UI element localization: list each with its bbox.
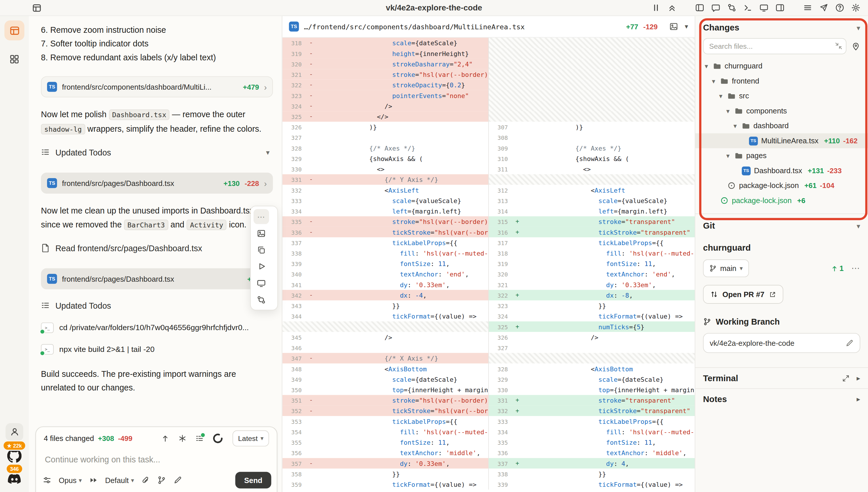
line-number: 355 <box>282 439 307 446</box>
github-link[interactable]: ★ 22k <box>4 447 24 464</box>
tree-file-package-lock-new[interactable]: package-lock.json+6 <box>695 193 868 208</box>
file-change-card[interactable]: TS frontend/src/pages/Dashboard.tsx +130… <box>41 173 273 194</box>
settings-gear-icon[interactable] <box>851 3 861 12</box>
send-button[interactable]: Send <box>235 472 271 489</box>
code-text: dy: '0.33em', <box>522 281 695 289</box>
diff-body[interactable]: 318- scale={dateScale}319- height={inner… <box>282 38 695 492</box>
share-icon[interactable] <box>819 3 828 12</box>
changes-section-header[interactable]: Changes ▾ <box>695 16 868 36</box>
code-text: stroke="hsl(var(--border))" <box>315 71 488 78</box>
tree-folder-frontend[interactable]: ▾frontend <box>695 74 868 89</box>
updated-todos-row[interactable]: Updated Todos ▾ <box>41 144 273 161</box>
workspace-tab-active[interactable] <box>4 21 24 41</box>
line-number: 337 <box>282 239 307 246</box>
pin-icon[interactable] <box>851 42 861 51</box>
composer-input[interactable] <box>44 451 272 467</box>
monitor-icon <box>257 278 266 288</box>
tree-folder-src[interactable]: ▾src <box>695 89 868 103</box>
line-number: 337 <box>489 460 513 467</box>
grid-icon <box>9 54 19 64</box>
image-view-icon[interactable] <box>669 22 678 31</box>
git-section-header[interactable]: Git ▾ <box>695 214 868 234</box>
branch-icon[interactable] <box>157 476 166 485</box>
discord-link[interactable]: 346 <box>4 470 24 487</box>
version-dropdown[interactable]: Latest ▾ <box>233 430 269 446</box>
pencil-icon[interactable] <box>845 339 854 347</box>
more-actions-button[interactable]: ⋯ <box>253 209 269 224</box>
updated-todos-row[interactable]: Updated Todos ▾ <box>41 297 273 314</box>
terminal-section-header[interactable]: Terminal ▸ <box>695 367 868 388</box>
panel-left-icon[interactable] <box>695 3 704 12</box>
panel-right-icon[interactable] <box>776 3 785 12</box>
diff-row: 351- stroke="hsl(var(--border))"331+ str… <box>282 395 695 405</box>
git-more-menu[interactable]: ⋯ <box>851 264 861 273</box>
code-text: tickStroke="transparent" <box>522 407 695 415</box>
assistant-paragraph: Now let me polish Dashboard.tsx — remove… <box>41 107 273 136</box>
copy-icon <box>257 245 266 254</box>
file-change-card[interactable]: TS frontend/src/pages/Dashboard.tsx +1 -… <box>41 268 273 289</box>
grid-view-button[interactable] <box>4 49 24 69</box>
composer-toolbar: Opus▾ Default▾ Send <box>36 467 277 488</box>
account-button[interactable] <box>5 423 23 441</box>
copy-button[interactable] <box>253 242 269 257</box>
working-branch-field[interactable]: vk/4e2a-explore-the-code <box>703 333 861 353</box>
code-text: textAnchor: 'end', <box>522 270 695 278</box>
search-files-input[interactable] <box>703 38 846 54</box>
diff-line: 354 fill: 'hsl(var(--muted-foreground))'… <box>282 426 489 437</box>
expand-icon[interactable] <box>842 374 850 382</box>
tree-folder-churnguard[interactable]: ▾churnguard <box>695 58 868 73</box>
diff-button[interactable] <box>253 292 269 307</box>
pen-icon[interactable] <box>173 476 182 485</box>
line-number: 330 <box>489 387 513 393</box>
collapse-tree-icon[interactable] <box>835 42 843 50</box>
chat-bubble-icon[interactable] <box>711 3 720 12</box>
fast-forward-icon[interactable] <box>89 476 98 485</box>
code-text: scale={valueScale} <box>522 197 695 204</box>
tree-folder-components[interactable]: ▾components <box>695 103 868 118</box>
todos-status-button[interactable] <box>195 434 204 442</box>
monitor-icon[interactable] <box>759 3 769 12</box>
tree-file-dashboard-tsx[interactable]: TSDashboard.tsx+131-233 <box>695 163 868 178</box>
diff-line: 312 <AxisLeft <box>489 185 695 195</box>
menu-icon[interactable] <box>803 3 812 12</box>
help-icon[interactable] <box>835 3 844 12</box>
spark-icon[interactable] <box>178 434 187 442</box>
diff-line: 339 fontSize: 11, <box>282 259 489 269</box>
preview-button[interactable] <box>253 276 269 290</box>
terminal-icon[interactable] <box>744 3 752 12</box>
branch-selector[interactable]: main ▾ <box>703 259 749 277</box>
file-change-card[interactable]: TS frontend/src/components/dashboard/Mul… <box>41 76 273 97</box>
pull-request-icon <box>710 290 718 298</box>
line-number: 330 <box>282 166 307 172</box>
chevron-down-icon: ▾ <box>260 435 264 442</box>
run-button[interactable] <box>253 259 269 274</box>
tool-read-row[interactable]: Read frontend/src/pages/Dashboard.tsx <box>41 240 273 256</box>
tree-folder-dashboard[interactable]: ▾dashboard <box>695 118 868 133</box>
diff-marker: + <box>513 218 522 225</box>
tree-file-multilinearea[interactable]: TSMultiLineArea.tsx+110-162 <box>695 133 868 148</box>
line-number: 358 <box>282 470 307 477</box>
tree-file-package-lock[interactable]: package-lock.json+61-104 <box>695 178 868 193</box>
model-dropdown[interactable]: Opus▾ <box>58 476 82 485</box>
scroll-up-icon[interactable] <box>161 434 169 442</box>
diff-line: 349 scale={dateScale} <box>282 374 489 385</box>
terminal-command-row[interactable]: >_ cd /private/var/folders/10/h7w0q46556… <box>41 320 273 335</box>
pause-icon[interactable] <box>652 3 660 12</box>
line-number: 325 <box>489 323 513 330</box>
attachment-icon[interactable] <box>141 476 150 485</box>
open-pr-button[interactable]: Open PR #7 <box>703 285 783 304</box>
layout-icon[interactable] <box>32 3 42 12</box>
mode-dropdown[interactable]: Default▾ <box>105 476 134 485</box>
code-text: fill: 'hsl(var(--muted-foreground))', <box>522 428 695 436</box>
terminal-command-row[interactable]: >_ npx vite build 2>&1 | tail -20 <box>41 341 273 357</box>
git-compare-icon[interactable] <box>727 3 736 12</box>
diff-line: 343 }} <box>282 300 489 311</box>
chevron-down-icon[interactable]: ▾ <box>685 23 688 30</box>
collapse-all-icon[interactable] <box>668 3 677 12</box>
line-number: 310 <box>489 155 513 162</box>
tree-folder-pages[interactable]: ▾pages <box>695 148 868 163</box>
sliders-icon[interactable] <box>43 476 52 485</box>
screenshot-button[interactable] <box>253 226 269 241</box>
diff-line: 326 /> <box>489 332 695 342</box>
notes-section-header[interactable]: Notes ▸ <box>695 389 868 409</box>
